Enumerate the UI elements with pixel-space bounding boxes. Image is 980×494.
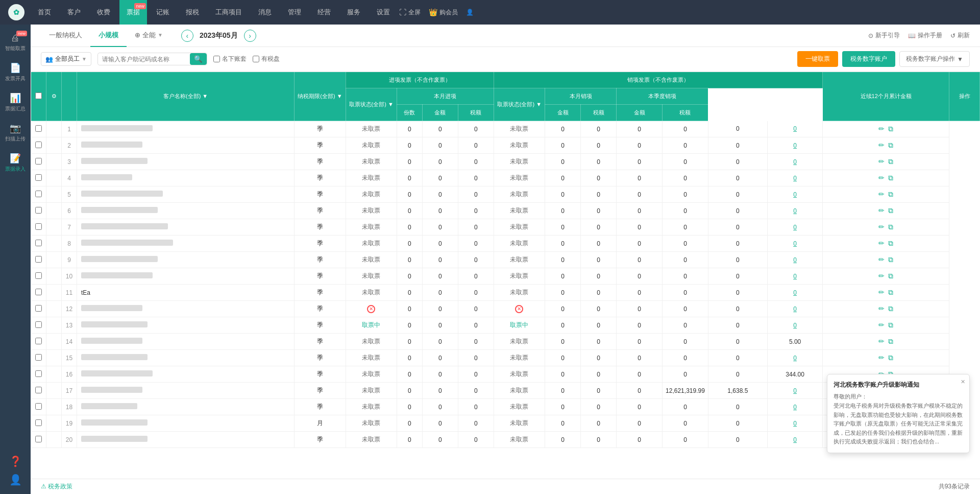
row-cumul-cell[interactable]: 5.00: [767, 334, 823, 350]
row-checkbox[interactable]: [35, 207, 42, 214]
edit-icon[interactable]: ✏: [878, 206, 885, 215]
tab-all-in-one[interactable]: ⊕ 全能 ▼: [127, 25, 171, 47]
edit-icon[interactable]: ✏: [878, 125, 885, 133]
th-tax-limit[interactable]: 纳税期限(全部) ▼: [295, 72, 346, 121]
row-cumul-cell[interactable]: 0: [767, 121, 823, 137]
quick-ticket-btn[interactable]: 一键取票: [797, 51, 838, 67]
cumul-link[interactable]: 0: [793, 305, 797, 313]
search-input[interactable]: [98, 54, 190, 65]
sidebar-item-invoice-summary[interactable]: 📊 票据汇总: [2, 88, 29, 116]
refresh-btn[interactable]: ↺ 刷新: [950, 31, 970, 40]
row-cumul-cell[interactable]: 0: [767, 154, 823, 170]
copy-icon[interactable]: ⧉: [888, 223, 893, 231]
checkbox-has-taxpad-input[interactable]: [253, 56, 259, 62]
row-cumul-cell[interactable]: 0: [767, 268, 823, 285]
row-cumul-cell[interactable]: 0: [767, 350, 823, 366]
edit-icon[interactable]: ✏: [878, 272, 885, 280]
edit-icon[interactable]: ✏: [878, 157, 885, 166]
row-checkbox[interactable]: [35, 387, 42, 393]
th-name[interactable]: 客户名称(全部) ▼: [77, 72, 295, 121]
fullscreen-btn[interactable]: ⛶ 全屏: [399, 8, 421, 17]
row-checkbox[interactable]: [35, 354, 42, 361]
row-cumul-cell[interactable]: 0: [767, 219, 823, 236]
row-checkbox[interactable]: [35, 256, 42, 263]
sidebar-item-invoice-entry[interactable]: 📝 票据录入: [2, 149, 29, 177]
row-checkbox[interactable]: [35, 338, 42, 344]
checkbox-has-taxpad[interactable]: 有税盘: [253, 55, 280, 63]
sidebar-item-scan-upload[interactable]: 📷 扫描上传: [2, 119, 29, 147]
row-checkbox[interactable]: [35, 419, 42, 426]
cumul-link[interactable]: 0: [793, 436, 797, 443]
row-cumul-cell[interactable]: 0: [767, 432, 823, 448]
nav-settings[interactable]: 设置: [370, 0, 397, 25]
row-checkbox[interactable]: [35, 223, 42, 230]
th-fetch-status-in[interactable]: 取票状态(全部) ▼: [346, 88, 397, 121]
row-checkbox[interactable]: [35, 321, 42, 328]
nav-billing[interactable]: 收费: [90, 0, 117, 25]
row-checkbox[interactable]: [35, 240, 42, 246]
row-cumul-cell[interactable]: 0: [767, 170, 823, 186]
notification-close-btn[interactable]: ✕: [961, 379, 965, 385]
cumul-link[interactable]: 0: [793, 273, 797, 280]
cumul-link[interactable]: 0: [793, 207, 797, 215]
copy-icon[interactable]: ⧉: [888, 255, 893, 264]
copy-icon[interactable]: ⧉: [888, 157, 893, 166]
cumul-link[interactable]: 0: [793, 175, 797, 182]
row-cumul-cell[interactable]: 0: [767, 236, 823, 252]
cumul-link[interactable]: 0: [793, 322, 797, 329]
sidebar-item-invoice-issue[interactable]: 📄 发票开具: [2, 58, 29, 86]
copy-icon[interactable]: ⧉: [888, 239, 893, 247]
row-checkbox[interactable]: [35, 370, 42, 377]
checkbox-own-account-input[interactable]: [213, 56, 220, 62]
tax-policy-link[interactable]: ⚠ 税务政策: [41, 482, 72, 491]
cumul-link[interactable]: 0: [793, 191, 797, 198]
tax-digital-btn[interactable]: 税务数字账户: [842, 51, 895, 67]
select-all-checkbox[interactable]: [35, 92, 42, 99]
copy-icon[interactable]: ⧉: [888, 174, 893, 182]
row-cumul-cell[interactable]: 0: [767, 186, 823, 203]
cumul-link[interactable]: 0: [793, 355, 797, 362]
cumul-link[interactable]: 0: [793, 240, 797, 247]
nav-accounting[interactable]: 记账: [149, 0, 177, 25]
edit-icon[interactable]: ✏: [878, 255, 885, 264]
cumul-link[interactable]: 0: [793, 387, 797, 394]
row-cumul-cell[interactable]: 0: [767, 415, 823, 432]
row-cumul-cell[interactable]: 0: [767, 301, 823, 317]
new-guide-btn[interactable]: ⊙ 新手引导: [868, 31, 900, 40]
row-cumul-cell[interactable]: 0: [767, 285, 823, 301]
tab-small-scale[interactable]: 小规模: [90, 25, 127, 47]
manual-btn[interactable]: 📖 操作手册: [908, 31, 942, 40]
row-checkbox[interactable]: [35, 272, 42, 279]
nav-customer[interactable]: 客户: [60, 0, 88, 25]
search-button[interactable]: 🔍: [190, 53, 207, 65]
upgrade-btn[interactable]: 👑 购会员: [429, 8, 458, 17]
row-checkbox[interactable]: [35, 142, 42, 148]
copy-icon[interactable]: ⧉: [888, 321, 893, 329]
nav-invoice[interactable]: 票据 new: [119, 0, 147, 25]
row-cumul-cell[interactable]: 0: [767, 252, 823, 268]
sidebar-help-icon[interactable]: ❓: [9, 455, 22, 467]
edit-icon[interactable]: ✏: [878, 321, 885, 329]
nav-home[interactable]: 首页: [31, 0, 58, 25]
cumul-link[interactable]: 0: [793, 224, 797, 231]
row-checkbox[interactable]: [35, 436, 42, 442]
edit-icon[interactable]: ✏: [878, 337, 885, 345]
copy-icon[interactable]: ⧉: [888, 337, 893, 345]
copy-icon[interactable]: ⧉: [888, 272, 893, 280]
copy-icon[interactable]: ⧉: [888, 141, 893, 149]
cumul-link[interactable]: 0: [793, 289, 797, 296]
edit-icon[interactable]: ✏: [878, 288, 885, 296]
edit-icon[interactable]: ✏: [878, 223, 885, 231]
edit-icon[interactable]: ✏: [878, 190, 885, 198]
next-month-btn[interactable]: ›: [244, 30, 256, 42]
nav-message[interactable]: 消息: [251, 0, 279, 25]
cumul-link[interactable]: 0: [793, 256, 797, 264]
row-cumul-cell[interactable]: 0: [767, 203, 823, 219]
user-avatar[interactable]: 👤: [466, 9, 474, 16]
nav-tax[interactable]: 报税: [179, 0, 206, 25]
nav-service[interactable]: 服务: [340, 0, 368, 25]
row-checkbox[interactable]: [35, 289, 42, 295]
row-cumul-cell[interactable]: 0: [767, 317, 823, 334]
row-cumul-cell[interactable]: 0: [767, 137, 823, 154]
edit-icon[interactable]: ✏: [878, 141, 885, 149]
